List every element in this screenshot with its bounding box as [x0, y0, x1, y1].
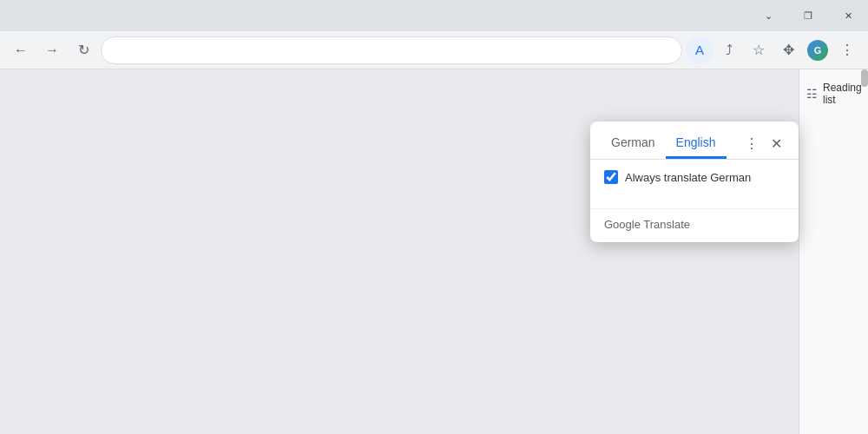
reading-list-item[interactable]: ☷ Reading list [799, 76, 868, 111]
translate-footer: Google Translate [590, 208, 799, 242]
reading-list-icon: ☷ [806, 87, 818, 101]
forward-button[interactable]: → [38, 36, 66, 64]
back-button[interactable]: ← [7, 36, 35, 64]
scrollbar-thumb[interactable] [861, 69, 868, 87]
minimize-button[interactable]: ⌄ [748, 0, 788, 31]
always-translate-label: Always translate German [625, 171, 751, 184]
reading-list-panel: ☷ Reading list [799, 69, 868, 434]
translate-popup: German English ⋮ ✕ Always translate Germ… [590, 122, 799, 242]
extensions-button[interactable]: ✥ [774, 36, 802, 64]
avatar: G [807, 40, 828, 61]
close-button[interactable]: ✕ [828, 0, 868, 31]
tab-english[interactable]: English [666, 128, 727, 159]
toolbar-icons: A ⤴ ☆ ✥ G ⋮ [686, 36, 861, 64]
menu-button[interactable]: ⋮ [833, 36, 861, 64]
share-button[interactable]: ⤴ [715, 36, 743, 64]
bookmark-button[interactable]: ☆ [745, 36, 773, 64]
minimize-icon: ⌄ [765, 10, 773, 22]
always-translate-row: Always translate German [604, 170, 785, 184]
refresh-button[interactable]: ↻ [69, 36, 97, 64]
translate-body: Always translate German [590, 160, 799, 208]
close-icon: ✕ [845, 10, 852, 22]
tab-german[interactable]: German [601, 128, 666, 159]
page-content: ☷ Reading list German English ⋮ ✕ Al [0, 69, 868, 434]
extensions-icon: ✥ [783, 42, 794, 58]
translate-header-actions: ⋮ ✕ [740, 132, 788, 156]
window-controls: ⌄ ❐ ✕ [748, 0, 868, 31]
nav-bar: ← → ↻ A ⤴ ☆ ✥ G ⋮ [0, 31, 868, 69]
translate-button[interactable]: A [686, 36, 713, 64]
share-icon: ⤴ [726, 43, 733, 58]
translate-tabs: German English ⋮ ✕ [590, 122, 799, 159]
reading-list-label: Reading list [823, 82, 862, 106]
translate-icon: A [695, 43, 704, 57]
close-popup-icon: ✕ [771, 135, 782, 152]
close-popup-button[interactable]: ✕ [764, 132, 788, 156]
google-translate-link[interactable]: Google Translate [604, 218, 690, 231]
maximize-icon: ❐ [804, 10, 812, 22]
bookmark-icon: ☆ [753, 42, 765, 58]
more-options-button[interactable]: ⋮ [740, 132, 764, 156]
maximize-button[interactable]: ❐ [788, 0, 828, 31]
menu-icon: ⋮ [840, 42, 854, 58]
profile-button[interactable]: G [804, 36, 832, 64]
always-translate-checkbox[interactable] [604, 170, 618, 184]
title-bar: ⌄ ❐ ✕ [0, 0, 868, 31]
address-bar[interactable] [101, 36, 682, 64]
more-options-icon: ⋮ [745, 135, 759, 152]
